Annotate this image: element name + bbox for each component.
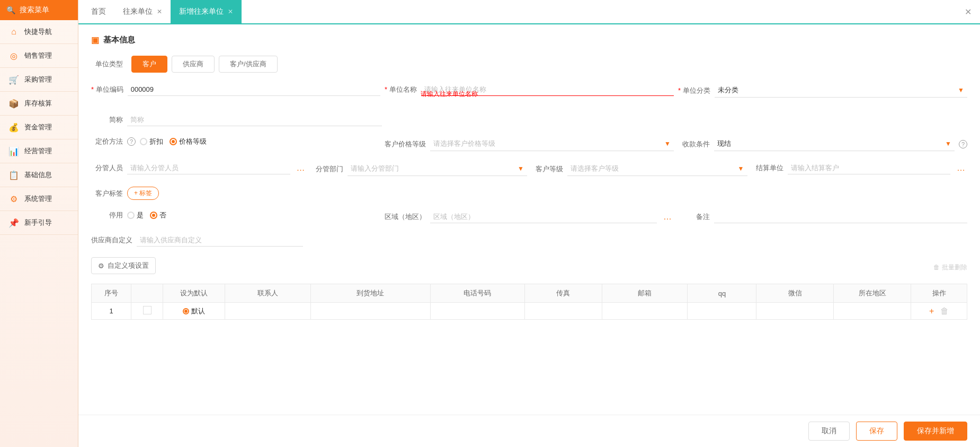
tab-partners[interactable]: 往来单位 ✕ [114,0,171,23]
purchase-icon: 🛒 [8,74,19,85]
tab-home[interactable]: 首页 [83,0,114,23]
add-tag-button[interactable]: + 标签 [127,187,159,200]
customer-grade-select[interactable]: 请选择客户等级 ▼ [567,162,747,176]
tab-label: 新增往来单位 [179,7,224,16]
customer-price-placeholder: 请选择客户价格等级 [433,139,495,148]
search-menu[interactable]: 🔍 搜索菜单 [0,0,78,20]
row-contact[interactable] [225,303,310,320]
row-add-button[interactable]: + [929,306,934,315]
settlement-unit-label: 结算单位 [752,163,783,173]
sidebar-item-guide[interactable]: 📌 新手引导 [0,211,78,235]
sidebar-item-operations[interactable]: 📊 经营管理 [0,139,78,163]
stock-icon: 📦 [8,98,19,109]
guide-icon: 📌 [8,217,19,228]
row-no: 1 [92,303,131,320]
btn-both[interactable]: 客户/供应商 [219,56,278,73]
col-default: 设为默认 [163,284,225,303]
settlement-more-icon[interactable]: … [955,163,967,173]
row-checkbox[interactable] [143,306,152,314]
sidebar-item-purchase[interactable]: 🛒 采购管理 [0,68,78,92]
remark-input[interactable] [714,211,967,223]
btn-supplier[interactable]: 供应商 [172,56,215,73]
row-address[interactable] [310,303,430,320]
supplier-custom-group: 供应商自定义 [91,234,303,247]
supplier-custom-input[interactable] [137,234,303,247]
manager-group: 分管人员 … [91,162,307,174]
row-qq[interactable] [688,303,756,320]
disabled-yes-radio[interactable]: 是 [127,211,144,220]
abbreviation-input[interactable] [127,113,382,126]
manager-more-icon[interactable]: … [295,163,307,173]
close-all-tabs[interactable]: ✕ [960,5,976,19]
form-row-codes: 单位编码 单位名称 请输入往来单位名称 单位分类 未分类 ▼ [91,83,967,103]
customer-price-select[interactable]: 请选择客户价格等级 ▼ [430,137,674,151]
row-wechat[interactable] [756,303,834,320]
sidebar-item-finance[interactable]: 💰 资金管理 [0,116,78,139]
settlement-unit-input[interactable] [788,162,951,174]
disabled-no-radio[interactable]: 否 [150,211,166,220]
row-email[interactable] [602,303,688,320]
form-row-disabled: 停用 是 否 区域（地区） … 备注 [91,211,967,223]
chevron-down-icon: ▼ [958,86,964,94]
region-more-icon[interactable]: … [661,212,674,222]
payment-terms-select[interactable]: 现结 ▼ [714,137,955,151]
row-phone[interactable] [430,303,524,320]
row-checkbox-cell [131,303,163,320]
tab-close-partners[interactable]: ✕ [157,8,162,15]
save-new-button[interactable]: 保存并新增 [904,422,967,441]
chevron-down-icon: ▼ [518,165,524,172]
sidebar-item-quick-nav[interactable]: ⌂ 快捷导航 [0,20,78,44]
pricing-method-group: 定价方法 ? 折扣 价格等级 [91,137,380,146]
sidebar-item-sales[interactable]: ◎ 销售管理 [0,44,78,68]
form-row-tag: 客户标签 + 标签 [91,187,967,200]
region-input[interactable] [430,211,657,223]
supplier-custom-label: 供应商自定义 [91,235,132,245]
unit-code-input[interactable] [128,83,380,96]
sidebar-item-stock[interactable]: 📦 库存核算 [0,92,78,116]
sidebar-item-system[interactable]: ⚙ 系统管理 [0,187,78,211]
row-delete-button[interactable]: 🗑 [940,306,949,315]
save-button[interactable]: 保存 [856,422,897,441]
discount-label: 折扣 [149,137,163,146]
custom-settings-button[interactable]: ⚙ 自定义项设置 [91,257,156,274]
department-placeholder: 请输入分管部门 [351,164,399,173]
col-no: 序号 [92,284,131,303]
unit-name-label: 单位名称 [385,85,417,94]
customer-tag-group: 客户标签 + 标签 [91,187,967,200]
sidebar-item-basic-info[interactable]: 📋 基础信息 [0,163,78,187]
department-group: 分管部门 请输入分管部门 ▼ [311,162,528,176]
sidebar-label: 资金管理 [24,122,52,132]
pricing-method-label: 定价方法 [91,137,123,146]
cancel-button[interactable]: 取消 [808,422,850,441]
search-icon: 🔍 [6,6,15,14]
batch-delete-button[interactable]: 🗑 批量删除 [933,263,967,272]
manager-label: 分管人员 [91,163,123,173]
btn-customer[interactable]: 客户 [131,56,167,73]
row-fax[interactable] [524,303,602,320]
pricing-grade-radio[interactable]: 价格等级 [170,137,207,146]
section-title-text: 基本信息 [103,35,135,45]
col-contact: 联系人 [225,284,310,303]
remark-label: 备注 [678,212,710,222]
unit-category-value: 未分类 [718,85,738,95]
unit-category-select[interactable]: 未分类 ▼ [715,83,967,98]
tab-new-partner[interactable]: 新增往来单位 ✕ [171,0,242,23]
table-header-row: 序号 设为默认 联系人 到货地址 电话号码 传真 邮箱 qq 微信 所在地区 操… [92,284,967,303]
col-checkbox [131,284,163,303]
tab-bar: 首页 往来单位 ✕ 新增往来单位 ✕ ✕ [78,0,980,24]
radio-circle-no [150,212,157,219]
tab-close-new-partner[interactable]: ✕ [228,8,233,15]
manager-input[interactable] [127,162,290,174]
department-select[interactable]: 请输入分管部门 ▼ [348,162,528,176]
pricing-discount-radio[interactable]: 折扣 [140,137,163,146]
default-radio[interactable] [183,308,189,314]
system-icon: ⚙ [8,194,19,204]
pricing-help-icon[interactable]: ? [127,137,136,146]
sidebar: 🔍 搜索菜单 ⌂ 快捷导航 ◎ 销售管理 🛒 采购管理 📦 库存核算 💰 资金管… [0,0,78,447]
radio-circle-grade [170,138,177,145]
payment-help-icon[interactable]: ? [959,140,967,148]
basic-info-icon: 📋 [8,170,19,180]
abbreviation-label: 简称 [91,115,123,125]
row-region[interactable] [834,303,911,320]
row-default-cell: 默认 [163,303,225,320]
